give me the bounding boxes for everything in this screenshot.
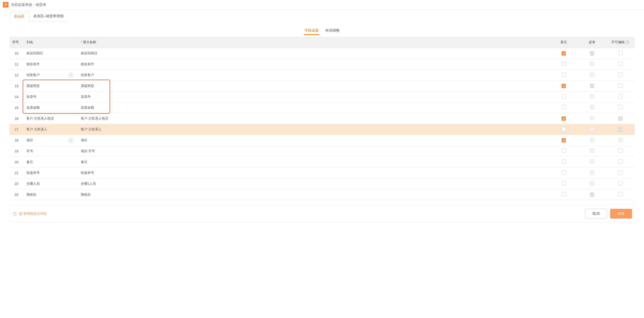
checkbox-required	[590, 160, 594, 164]
field-table: 序号 列名 *显示名称 显示 必录 不可编辑? 10收款到期日收款到期日11收款…	[10, 37, 634, 200]
row-display[interactable]: 收款条件	[78, 59, 550, 70]
table-row: 14发票号发票号	[10, 92, 634, 102]
table-row: 16客户.主联系人电话客户.主联系人电话	[10, 113, 634, 124]
subtabs: 字段设置布局调整	[0, 27, 644, 35]
checkbox-show[interactable]	[562, 94, 566, 98]
col-display-header: *显示名称	[78, 37, 550, 48]
subtab-0[interactable]: 字段设置	[304, 27, 319, 35]
checkbox-required	[590, 116, 594, 120]
checkbox-readonly[interactable]	[618, 148, 622, 153]
checkbox-readonly[interactable]	[618, 170, 622, 174]
row-display[interactable]: 发票金额	[78, 102, 550, 113]
checkbox-show[interactable]	[562, 148, 566, 153]
row-seq: 14	[10, 92, 24, 102]
checkbox-readonly[interactable]	[618, 160, 622, 164]
col-required-header: 必录	[578, 37, 606, 48]
checkbox-show[interactable]	[562, 105, 566, 110]
table-row: 23预收款预收款	[10, 189, 634, 200]
checkbox-show[interactable]	[562, 51, 566, 56]
table-row: 10收款到期日收款到期日	[10, 48, 634, 59]
row-seq: 16	[10, 113, 24, 124]
checkbox-show[interactable]	[562, 127, 566, 131]
row-display[interactable]: 备注	[78, 157, 550, 168]
row-display[interactable]: 步骤1人员	[78, 178, 550, 189]
row-display[interactable]: 预收款	[78, 189, 550, 200]
save-button[interactable]: 保存	[610, 209, 632, 218]
row-display[interactable]: 项目.车号	[78, 146, 550, 157]
row-name: 发票金额	[24, 102, 78, 113]
row-display[interactable]: 客户.主联系人	[78, 124, 550, 135]
row-display[interactable]: 客户.主联系人电话	[78, 113, 550, 124]
row-seq: 20	[10, 157, 24, 168]
checkbox-readonly[interactable]	[618, 192, 622, 196]
checkbox-show[interactable]	[562, 138, 566, 142]
col-readonly-header: 不可编辑?	[606, 37, 634, 48]
row-display[interactable]: 项目	[78, 135, 550, 146]
table-row: 18项目+项目	[10, 135, 634, 146]
row-display[interactable]: 票据类型	[78, 80, 550, 92]
row-display[interactable]: 收款到期日	[78, 48, 550, 59]
row-seq: 23	[10, 189, 24, 200]
row-display[interactable]: 结算客户	[78, 70, 550, 80]
manage-custom-fields-link[interactable]: 管理自定义字段	[19, 212, 46, 216]
checkbox-required	[590, 127, 594, 131]
row-seq: 17	[10, 124, 24, 135]
checkbox-readonly	[618, 138, 622, 142]
plus-icon[interactable]: +	[68, 138, 73, 143]
subtab-1[interactable]: 布局调整	[325, 27, 340, 35]
checkbox-required	[590, 94, 594, 98]
row-seq: 19	[10, 146, 24, 157]
tab-1[interactable]: 表体区–销货单明细	[29, 12, 68, 21]
expand-sidebar-button[interactable]	[3, 2, 8, 8]
checkbox-readonly[interactable]	[618, 105, 622, 110]
row-seq: 22	[10, 178, 24, 189]
checkbox-required	[590, 148, 594, 153]
checkbox-show[interactable]	[562, 72, 566, 77]
table-row: 21快递单号快递单号	[10, 168, 634, 178]
table-row: 22步骤人员步骤1人员	[10, 178, 634, 189]
checkbox-required	[590, 181, 594, 186]
help-icon[interactable]: ?	[13, 212, 17, 216]
table-row: 13票据类型票据类型	[10, 80, 634, 92]
row-name: 步骤人员	[24, 178, 78, 189]
checkbox-readonly[interactable]	[618, 84, 622, 88]
table-row: 11收款条件收款条件	[10, 59, 634, 70]
checkbox-required	[590, 138, 594, 142]
row-name: 客户.主联系人	[24, 124, 78, 135]
checkbox-show[interactable]	[562, 84, 566, 88]
checkbox-readonly	[618, 116, 622, 121]
checkbox-readonly[interactable]	[618, 51, 622, 55]
row-name: 备注	[24, 157, 78, 168]
row-name: 项目+	[24, 135, 78, 146]
row-name: 收款条件	[24, 59, 78, 70]
row-name: 票据类型	[24, 80, 78, 92]
checkbox-show[interactable]	[562, 170, 566, 174]
checkbox-show[interactable]	[562, 192, 566, 196]
table-row: 19车号项目.车号	[10, 146, 634, 157]
footer-bar: ? 管理自定义字段 取消 保存	[10, 205, 634, 222]
checkbox-required	[590, 105, 594, 110]
row-display[interactable]: 发票号	[78, 92, 550, 102]
row-name: 车号	[24, 146, 78, 157]
checkbox-show[interactable]	[562, 181, 566, 186]
row-seq: 10	[10, 48, 24, 59]
cancel-button[interactable]: 取消	[585, 209, 607, 218]
row-seq: 12	[10, 70, 24, 80]
col-show-header: 显示	[550, 37, 578, 48]
row-display[interactable]: 快递单号	[78, 168, 550, 178]
table-row: 20备注备注	[10, 157, 634, 168]
checkbox-show[interactable]	[562, 116, 566, 121]
checkbox-readonly[interactable]	[618, 72, 622, 77]
page-header: 当前设置单据：销货单	[0, 0, 644, 10]
checkbox-readonly[interactable]	[618, 62, 622, 66]
table-row: 15发票金额发票金额	[10, 102, 634, 113]
tab-0[interactable]: 表头区	[10, 12, 29, 21]
plus-icon[interactable]: +	[68, 73, 73, 78]
checkbox-readonly[interactable]	[618, 94, 622, 98]
checkbox-show[interactable]	[562, 62, 566, 66]
help-icon[interactable]: ?	[626, 40, 629, 44]
checkbox-show[interactable]	[562, 160, 566, 164]
checkbox-readonly[interactable]	[618, 181, 622, 186]
row-seq: 18	[10, 135, 24, 146]
col-seq-header: 序号	[10, 37, 24, 48]
